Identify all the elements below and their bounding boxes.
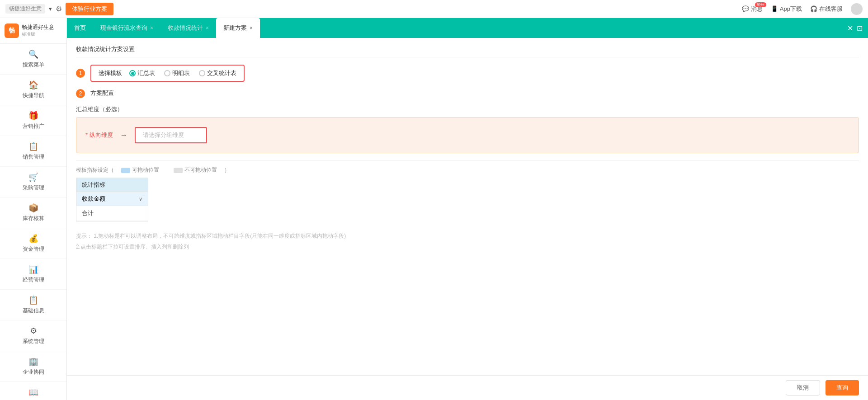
tab-expand-btn[interactable]: ⊡ [857, 24, 863, 33]
non-draggable-color [174, 168, 183, 173]
dropdown-icon[interactable]: ▾ [49, 5, 52, 12]
step2-num: 2 [76, 89, 85, 98]
stat-col-header[interactable]: 收款金额 ∨ [76, 192, 148, 206]
sidebar-item-inventory[interactable]: 📦 库存核算 [0, 198, 66, 228]
tab-bar: 首页 现金银行流水查询 × 收款情况统计 × 新建方案 × ✕ ⊡ [67, 18, 868, 38]
dimension-section: 汇总维度（必选） * 纵向维度 → 请选择分组维度 [76, 105, 859, 153]
radio-summary[interactable]: 汇总表 [129, 69, 155, 77]
tab-receive-stat-close[interactable]: × [206, 25, 209, 31]
sidebar-item-search[interactable]: 🔍 搜索菜单 [0, 44, 66, 75]
download-label: App下载 [780, 5, 802, 13]
vertical-dim-text: 纵向维度 [90, 132, 113, 138]
sidebar-item-label: 营销推广 [23, 122, 44, 130]
sidebar-logo-icon: 畅 [5, 24, 19, 38]
template-select-box: 选择模板 汇总表 明细表 [90, 65, 245, 82]
content-area: 首页 现金银行流水查询 × 收款情况统计 × 新建方案 × ✕ ⊡ [67, 18, 868, 400]
bottom-actions: 取消 查询 [67, 375, 868, 400]
chevron-down-icon[interactable]: ∨ [139, 196, 142, 202]
stat-row-total: 合计 [76, 206, 148, 221]
divider [76, 160, 859, 161]
support-label: 在线客服 [819, 5, 843, 13]
tab-new-plan[interactable]: 新建方案 × [216, 18, 260, 38]
sidebar-item-label: 系统管理 [23, 338, 44, 345]
money-icon: 💰 [28, 234, 38, 244]
avatar[interactable] [851, 3, 863, 15]
enterprise-icon: 🏢 [28, 357, 38, 367]
sidebar-item-label: 库存核算 [23, 215, 44, 222]
support-btn[interactable]: 🎧 在线客服 [810, 5, 843, 13]
indicator-set-label: 模板指标设定（ [76, 166, 114, 174]
cart-icon: 🛒 [28, 172, 38, 182]
radio-detail[interactable]: 明细表 [164, 69, 190, 77]
tab-new-plan-close[interactable]: × [250, 25, 253, 31]
radio-summary-label: 汇总表 [137, 69, 155, 77]
query-button[interactable]: 查询 [826, 380, 859, 395]
dimension-label: 汇总维度（必选） [76, 105, 859, 113]
sidebar-item-sales[interactable]: 📋 销售管理 [0, 136, 66, 167]
step1-row: 1 选择模板 汇总表 明细表 [76, 65, 859, 82]
sidebar-item-label: 快捷导航 [23, 92, 44, 99]
non-draggable-label: 不可拖动位置 [184, 166, 217, 174]
support-icon: 🎧 [810, 5, 817, 12]
tip-line1: 提示： 1.拖动标题栏可以调整布局，不可跨维度或指标区域拖动栏目字段(只能在同一… [76, 231, 859, 241]
dimension-row: * 纵向维度 → 请选择分组维度 [85, 127, 207, 143]
system-icon: ⚙ [30, 326, 37, 336]
page-title: 收款情况统计方案设置 [76, 45, 859, 57]
sidebar-item-enterprise[interactable]: 🏢 企业协同 [0, 351, 66, 382]
dimension-area: * 纵向维度 → 请选择分组维度 [76, 117, 859, 153]
radio-cross[interactable]: 交叉统计表 [199, 69, 236, 77]
step1-label: 选择模板 [99, 69, 122, 77]
dimension-select[interactable]: 请选择分组维度 [135, 127, 207, 143]
gear-icon[interactable]: ⚙ [56, 5, 62, 13]
tab-cash-query-close[interactable]: × [150, 25, 153, 31]
sidebar-item-operation[interactable]: 📊 经营管理 [0, 259, 66, 290]
trial-button[interactable]: 体验行业方案 [66, 3, 113, 15]
gift-icon: 🎁 [28, 111, 38, 121]
tab-cash-query[interactable]: 现金银行流水查询 × [93, 18, 160, 38]
message-btn[interactable]: 💬 消息 99+ [742, 5, 763, 13]
radio-cross-label: 交叉统计表 [207, 69, 236, 77]
sidebar-item-system[interactable]: ⚙ 系统管理 [0, 320, 66, 351]
sidebar-logo: 畅 畅捷通好生意 标准版 [0, 18, 66, 44]
tab-home-label: 首页 [74, 24, 86, 32]
download-btn[interactable]: 📱 App下载 [771, 5, 802, 13]
tab-receive-stat-label: 收款情况统计 [168, 24, 203, 32]
stat-col-label: 收款金额 [82, 195, 105, 203]
radio-cross-dot [199, 70, 205, 76]
radio-summary-dot [129, 70, 136, 76]
sidebar-item-purchase[interactable]: 🛒 采购管理 [0, 167, 66, 198]
legend-close-paren: ） [224, 166, 230, 174]
basic-icon: 📋 [28, 295, 38, 305]
top-bar-left: 畅捷通好生意 ▾ ⚙ 体验行业方案 [5, 3, 113, 15]
tips-section: 提示： 1.拖动标题栏可以调整布局，不可跨维度或指标区域拖动栏目字段(只能在同一… [76, 231, 859, 252]
tab-close-all-btn[interactable]: ✕ [847, 24, 853, 33]
sidebar-edition: 标准版 [22, 31, 54, 38]
top-bar: 畅捷通好生意 ▾ ⚙ 体验行业方案 💬 消息 99+ 📱 App下载 🎧 在线客… [0, 0, 868, 18]
chart-icon: 📊 [28, 264, 38, 274]
download-icon: 📱 [771, 5, 778, 12]
tip-line2: 2.点击标题栏下拉可设置排序、插入列和删除列 [76, 241, 859, 252]
message-icon: 💬 [742, 5, 749, 12]
radio-detail-dot [164, 70, 170, 76]
dimension-select-placeholder: 请选择分组维度 [143, 132, 184, 138]
vertical-dim-label: * 纵向维度 [85, 131, 113, 139]
dimension-arrow: → [120, 131, 127, 139]
cancel-button[interactable]: 取消 [786, 380, 820, 395]
search-icon: 🔍 [28, 49, 38, 59]
tab-receive-stat[interactable]: 收款情况统计 × [160, 18, 216, 38]
sidebar-item-label: 搜索菜单 [23, 61, 44, 69]
sidebar-item-finance[interactable]: 💰 资金管理 [0, 228, 66, 259]
sidebar-item-guide[interactable]: 📖 新手引导 [0, 382, 66, 400]
sidebar-item-label: 资金管理 [23, 245, 44, 253]
sidebar-item-basic[interactable]: 📋 基础信息 [0, 290, 66, 320]
sidebar-item-marketing[interactable]: 🎁 营销推广 [0, 105, 66, 136]
step2-row: 2 方案配置 [76, 89, 859, 98]
tab-home[interactable]: 首页 [67, 18, 93, 38]
page-content: 收款情况统计方案设置 1 选择模板 汇总表 明细 [67, 38, 868, 375]
indicator-section: 模板指标设定（ 可拖动位置 不可拖动位置 ） [76, 166, 859, 221]
sidebar-item-quick-nav[interactable]: 🏠 快捷导航 [0, 75, 66, 105]
sidebar-item-label: 销售管理 [23, 153, 44, 161]
sidebar-item-label: 基础信息 [23, 307, 44, 315]
draggable-item: 可拖动位置 [121, 166, 159, 174]
tab-bar-actions: ✕ ⊡ [847, 24, 868, 33]
